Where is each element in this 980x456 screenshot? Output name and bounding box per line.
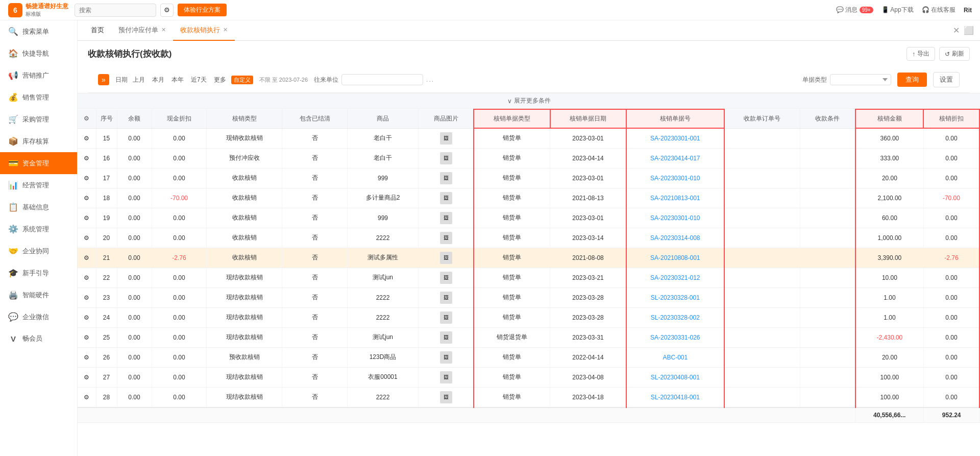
td-include-settled: 否 — [282, 367, 348, 387]
tab-prepay-close[interactable]: ✕ — [161, 27, 166, 33]
td-verify-doc-no[interactable]: SL-20230328-002 — [626, 307, 724, 327]
td-gear[interactable]: ⚙ — [78, 367, 96, 387]
td-verify-doc-no[interactable]: SA-20210808-001 — [626, 248, 724, 268]
th-receipt-condition: 收款条件 — [800, 109, 855, 128]
td-gear[interactable]: ⚙ — [78, 268, 96, 287]
query-button[interactable]: 查询 — [897, 73, 927, 87]
online-service-btn[interactable]: 🎧 在线客服 — [922, 6, 955, 14]
td-gear[interactable]: ⚙ — [78, 248, 96, 268]
td-balance: 0.00 — [117, 208, 152, 228]
app-download-btn[interactable]: 📱 App下载 — [881, 6, 914, 14]
settings-icon[interactable]: ⚙ — [160, 4, 174, 17]
from-unit-input[interactable] — [341, 74, 423, 85]
sidebar-item-business[interactable]: 📊 经营管理 — [0, 174, 77, 196]
sidebar-item-system[interactable]: ⚙️ 系统管理 — [0, 218, 77, 240]
td-verify-doc-no[interactable]: SL-20230328-001 — [626, 287, 724, 307]
refresh-button[interactable]: ↺ 刷新 — [939, 47, 970, 61]
td-no: 15 — [96, 128, 117, 148]
notification-btn[interactable]: 💬 消息 99+ — [836, 6, 873, 14]
tab-home[interactable]: 首页 — [84, 20, 111, 41]
th-gear[interactable]: ⚙ — [78, 109, 96, 128]
date-custom-btn[interactable]: 自定义 — [231, 76, 253, 84]
tab-collection[interactable]: 收款核销执行 ✕ — [173, 20, 235, 41]
td-product-image: 🖼 — [418, 307, 474, 327]
td-product-image: 🖼 — [418, 148, 474, 168]
td-verify-doc-no[interactable]: SA-20230314-008 — [626, 228, 724, 248]
td-gear[interactable]: ⚙ — [78, 287, 96, 307]
td-gear[interactable]: ⚙ — [78, 148, 96, 168]
td-cash-discount: 0.00 — [152, 387, 207, 407]
td-no: 19 — [96, 208, 117, 228]
sidebar-item-finance[interactable]: 💳 资金管理 — [0, 152, 77, 174]
logo-sub: 标准版 — [26, 11, 68, 18]
sidebar-item-hardware[interactable]: 🖨️ 智能硬件 — [0, 284, 77, 306]
td-verify-doc-no[interactable]: SA-20210813-001 — [626, 188, 724, 208]
table-row: ⚙170.000.00收款核销否999🖼销货单2023-03-01SA-2023… — [78, 168, 979, 188]
industry-button[interactable]: 体验行业方案 — [178, 4, 227, 16]
td-gear[interactable]: ⚙ — [78, 387, 96, 407]
sidebar-item-nav[interactable]: 🏠 快捷导航 — [0, 42, 77, 64]
sidebar-item-member[interactable]: V 畅会员 — [0, 328, 77, 349]
td-include-settled: 否 — [282, 168, 348, 188]
collapse-button[interactable]: » — [98, 74, 109, 85]
date-option-more[interactable]: 更多 — [212, 75, 228, 85]
sidebar-item-base[interactable]: 📋 基础信息 — [0, 196, 77, 218]
td-gear[interactable]: ⚙ — [78, 168, 96, 188]
sidebar-item-inventory[interactable]: 📦 库存核算 — [0, 130, 77, 152]
td-verify-doc-date: 2023-03-31 — [550, 327, 626, 347]
th-verify-doc-date: 核销单据日期 — [550, 109, 626, 128]
td-verify-doc-no[interactable]: SA-20230301-010 — [626, 168, 724, 188]
td-verify-doc-date: 2021-08-08 — [550, 248, 626, 268]
td-gear[interactable]: ⚙ — [78, 327, 96, 347]
doc-type-select[interactable] — [830, 74, 891, 85]
td-verify-type: 预付冲应收 — [207, 148, 282, 168]
td-gear[interactable]: ⚙ — [78, 188, 96, 208]
date-option-7days[interactable]: 近7天 — [189, 75, 209, 85]
td-verify-doc-no[interactable]: SL-20230418-001 — [626, 387, 724, 407]
td-include-settled: 否 — [282, 248, 348, 268]
table-row: ⚙220.000.00现结收款核销否测试jun🖼销货单2023-03-21SA-… — [78, 268, 979, 287]
td-verify-doc-no[interactable]: SA-20230301-001 — [626, 128, 724, 148]
td-verify-doc-date: 2023-03-21 — [550, 268, 626, 287]
td-verify-doc-no[interactable]: SA-20230331-026 — [626, 327, 724, 347]
td-verify-doc-no[interactable]: SL-20230408-001 — [626, 367, 724, 387]
td-gear[interactable]: ⚙ — [78, 307, 96, 327]
td-verify-doc-type: 销货单 — [474, 208, 550, 228]
td-verify-doc-no[interactable]: SA-20230301-010 — [626, 208, 724, 228]
sidebar-item-collab[interactable]: 🤝 企业协同 — [0, 240, 77, 262]
sidebar-item-sales[interactable]: 💰 销售管理 — [0, 86, 77, 108]
td-receipt-order-no — [724, 347, 800, 367]
date-option-this-month[interactable]: 本月 — [150, 75, 166, 85]
expand-bar[interactable]: ∨ 展开更多条件 — [78, 93, 980, 109]
sidebar-item-weixin[interactable]: 💬 企业微信 — [0, 306, 77, 328]
user-avatar[interactable]: Rit — [964, 7, 972, 14]
td-verify-doc-no[interactable]: SA-20230414-017 — [626, 148, 724, 168]
td-verify-amount: 2,100.00 — [855, 188, 923, 208]
close-window-icon[interactable]: ✕ — [953, 26, 960, 35]
td-cash-discount: 0.00 — [152, 268, 207, 287]
sidebar: 🔍 搜索菜单 🏠 快捷导航 📢 营销推广 💰 销售管理 🛒 采购管理 📦 库存核… — [0, 20, 78, 456]
td-verify-doc-no[interactable]: ABC-001 — [626, 347, 724, 367]
td-gear[interactable]: ⚙ — [78, 128, 96, 148]
td-product: 999 — [348, 208, 419, 228]
sidebar-item-search[interactable]: 🔍 搜索菜单 — [0, 20, 77, 42]
th-verify-doc-no: 核销单据号 — [626, 109, 724, 128]
tab-collection-close[interactable]: ✕ — [223, 27, 228, 33]
td-receipt-order-no — [724, 327, 800, 347]
sidebar-item-marketing[interactable]: 📢 营销推广 — [0, 64, 77, 86]
export-button[interactable]: ↑ 导出 — [906, 47, 935, 61]
sidebar-item-guide[interactable]: 🎓 新手引导 — [0, 262, 77, 284]
date-option-last-month[interactable]: 上月 — [131, 75, 147, 85]
tab-prepay[interactable]: 预付冲应付单 ✕ — [111, 20, 173, 41]
td-gear[interactable]: ⚙ — [78, 228, 96, 248]
td-include-settled: 否 — [282, 148, 348, 168]
td-gear[interactable]: ⚙ — [78, 208, 96, 228]
date-option-this-year[interactable]: 本年 — [169, 75, 186, 85]
setting-button[interactable]: 设置 — [933, 72, 960, 87]
sidebar-item-purchase[interactable]: 🛒 采购管理 — [0, 108, 77, 130]
td-gear[interactable]: ⚙ — [78, 347, 96, 367]
td-balance: 0.00 — [117, 188, 152, 208]
td-verify-doc-no[interactable]: SA-20230321-012 — [626, 268, 724, 287]
maximize-window-icon[interactable]: ⬜ — [964, 26, 974, 35]
search-input[interactable] — [75, 4, 156, 17]
